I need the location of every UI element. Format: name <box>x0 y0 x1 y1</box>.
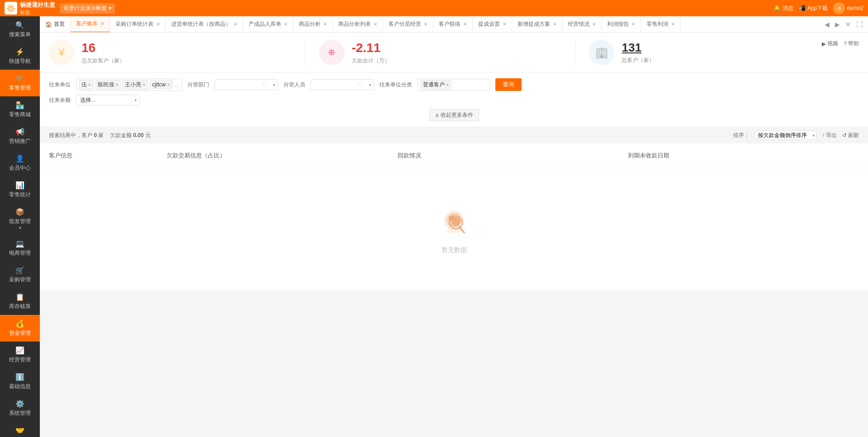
filter-section: 往来单位 伍 ✕ 陈民强 ✕ 王小亮 <box>40 73 868 127</box>
tab-close-boost-settings[interactable]: ✕ <box>503 22 506 27</box>
industry-selector[interactable]: 母婴行业演示帐套 ▾ <box>60 3 115 14</box>
tab-purchase-order-stats[interactable]: 采购订单统计表 ✕ <box>110 16 166 33</box>
dept-clear-icon[interactable]: ··· <box>262 82 265 87</box>
debt-icon: ❋ <box>319 40 345 65</box>
tab-maximize-button[interactable]: ⛶ <box>854 20 864 29</box>
tab-customer-link[interactable]: 客户联络 ✕ <box>433 16 473 33</box>
app-download-button[interactable]: 📲 App下载 <box>799 5 828 12</box>
purchase-mgmt-icon: 🛒 <box>3 266 37 275</box>
unit-category-input[interactable]: 普通客户 ✕ <box>417 79 490 91</box>
refresh-icon: ↺ <box>842 132 847 138</box>
tab-profit-report[interactable]: 利润报告 ✕ <box>602 16 641 33</box>
sidebar-item-retail-mall[interactable]: 🏪 零售商城 <box>0 96 40 123</box>
tab-boost-settings[interactable]: 提成设置 ✕ <box>473 16 512 33</box>
tab-close-purchase-order-stats[interactable]: ✕ <box>156 22 160 27</box>
message-button[interactable]: 🔔 消息 <box>774 5 793 12</box>
tab-next-button[interactable]: ▶ <box>833 20 842 29</box>
tab-close-all-button[interactable]: ✕ <box>844 20 853 29</box>
sidebar-item-marketing[interactable]: 📢 营销推广 <box>0 123 40 150</box>
unit-tags-input[interactable]: 伍 ✕ 陈民强 ✕ 王小亮 ✕ <box>76 79 182 91</box>
tab-product-analysis-list[interactable]: 商品分析列表 ✕ <box>333 16 383 33</box>
sort-select[interactable]: 按欠款金额倒序排序 <box>755 131 816 140</box>
total-all-customers-label: 总客户（家） <box>622 57 654 64</box>
tab-close-profit-report[interactable]: ✕ <box>632 22 635 27</box>
remove-tag-4[interactable]: ✕ <box>167 82 170 87</box>
filter-tag-3: 王小亮 ✕ <box>123 80 148 90</box>
sidebar-item-base-info[interactable]: ℹ️ 基础信息 <box>0 368 40 395</box>
tab-close-ops-status[interactable]: ✕ <box>592 22 596 27</box>
download-icon: 📲 <box>799 5 806 11</box>
empty-illustration <box>436 204 472 241</box>
industry-selector-area[interactable]: 母婴行业演示帐套 ▾ <box>55 3 774 14</box>
tab-close-product-analysis[interactable]: ✕ <box>323 22 327 27</box>
avatar: d <box>833 2 845 14</box>
total-all-customers-value: 131 <box>622 41 654 55</box>
total-debt-label: 欠款合计（万） <box>352 57 390 65</box>
tab-close-retail-profit[interactable]: ✕ <box>671 22 675 27</box>
tab-retail-profit[interactable]: 零售利润 ✕ <box>641 16 681 33</box>
tab-close-customer-segment[interactable]: ✕ <box>424 22 427 27</box>
tab-close-production-inbound[interactable]: ✕ <box>284 22 288 27</box>
person-select[interactable] <box>311 79 374 90</box>
person-clear-icon[interactable]: ··· <box>358 82 361 87</box>
sidebar-item-search[interactable]: 🔍 搜索菜单 <box>0 16 40 43</box>
stats-actions: ▶ 视频 ? 帮助 <box>822 40 859 48</box>
sidebar-item-inventory[interactable]: 📋 库存核算 <box>0 288 40 315</box>
logo-icon: 🔆 <box>5 2 17 14</box>
sidebar-item-finance-mgmt[interactable]: 💰 资金管理 <box>0 315 40 342</box>
tab-close-new-boost-plan[interactable]: ✕ <box>553 22 556 27</box>
sidebar-item-label: 资金管理 <box>3 329 37 337</box>
tab-ops-status[interactable]: 经营情况 ✕ <box>562 16 602 33</box>
sidebar-item-quick-nav[interactable]: ⚡ 快捷导航 <box>0 43 40 70</box>
tab-prev-button[interactable]: ◀ <box>823 20 831 29</box>
tab-inbound-stats[interactable]: 进货单统计表（按商品） ✕ <box>166 16 243 33</box>
sort-label: 排序： <box>733 132 749 139</box>
total-customers-value: 16 <box>82 40 125 56</box>
balance-select[interactable]: 选择... <box>76 95 139 105</box>
bell-icon: 🔔 <box>774 5 781 11</box>
retail-stats-icon: 📊 <box>3 181 37 190</box>
sidebar-item-ecom-mgmt[interactable]: 💻 电商管理 <box>0 235 40 261</box>
user-avatar-btn[interactable]: d demo2 <box>833 2 863 14</box>
sidebar-item-retail-stats[interactable]: 📊 零售统计 <box>0 176 40 203</box>
empty-state: 暂无数据 <box>40 168 868 290</box>
total-debt-value: -2.11 <box>352 40 390 56</box>
sidebar-item-purchase-mgmt[interactable]: 🛒 采购管理 <box>0 261 40 288</box>
tab-new-boost-plan[interactable]: 新增提成方案 ✕ <box>512 16 562 33</box>
expand-icon: ▾ <box>3 225 37 230</box>
export-icon: ↑ <box>822 132 825 138</box>
sidebar-item-retail-mgmt[interactable]: 🛒 零售管理 <box>0 70 40 96</box>
remove-tag-1[interactable]: ✕ <box>88 82 91 87</box>
sidebar-item-enterprise-coop[interactable]: 🤝 企业协同 <box>0 422 40 437</box>
chevron-down-icon: ▾ <box>109 5 111 11</box>
remove-category-tag-1[interactable]: ✕ <box>446 82 449 87</box>
collapse-button[interactable]: ∧ 收起更多条件 <box>429 109 479 121</box>
tab-product-analysis[interactable]: 商品分析 ✕ <box>293 16 333 33</box>
sidebar-item-member-center[interactable]: 👤 会员中心 <box>0 150 40 176</box>
refresh-button[interactable]: ↺ 刷新 <box>842 132 859 139</box>
filter-tags-more[interactable]: ... <box>174 81 179 88</box>
export-button[interactable]: ↑ 导出 <box>822 132 837 139</box>
remove-tag-2[interactable]: ✕ <box>115 82 119 87</box>
tab-close-product-analysis-list[interactable]: ✕ <box>374 22 377 27</box>
sidebar-item-label: 基础信息 <box>3 383 37 390</box>
tab-close-inbound-stats[interactable]: ✕ <box>234 22 237 27</box>
sidebar-item-label: 系统管理 <box>3 409 37 417</box>
video-button[interactable]: ▶ 视频 <box>822 40 838 48</box>
tab-close-customer-link[interactable]: ✕ <box>463 22 467 27</box>
tab-customer-segment[interactable]: 客户分层经营 ✕ <box>383 16 433 33</box>
sidebar-item-sys-mgmt[interactable]: ⚙️ 系统管理 <box>0 395 40 422</box>
retail-mall-icon: 🏪 <box>3 101 37 109</box>
tab-customer-account[interactable]: 客户账本 ✕ <box>71 16 110 33</box>
help-button[interactable]: ? 帮助 <box>844 40 859 48</box>
dept-select[interactable] <box>215 79 278 90</box>
sidebar-item-wholesale-mgmt[interactable]: 📦 批发管理 ▾ <box>0 203 40 235</box>
sort-select-wrap: 按欠款金额倒序排序 <box>755 131 816 140</box>
tab-production-inbound[interactable]: 产成品入库单 ✕ <box>243 16 293 33</box>
tab-home[interactable]: 🏠 首页 <box>40 16 71 33</box>
remove-tag-3[interactable]: ✕ <box>142 82 146 87</box>
query-button[interactable]: 查询 <box>495 78 522 91</box>
result-bar-right: 排序： 按欠款金额倒序排序 ↑ 导出 ↺ 刷新 <box>733 131 859 140</box>
sidebar-item-ops-mgmt[interactable]: 📈 经营管理 <box>0 342 40 368</box>
tab-close-customer-account[interactable]: ✕ <box>101 21 104 26</box>
